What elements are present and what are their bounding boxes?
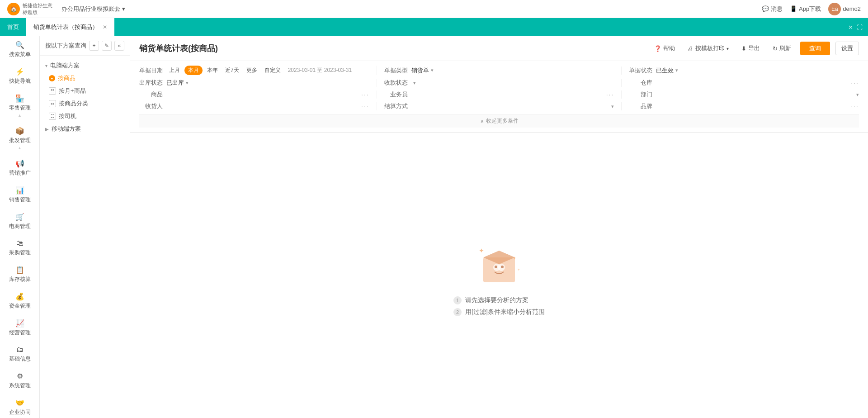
warehouse-dots[interactable]: ··· (851, 79, 859, 86)
outstore-label: 出库状态 (139, 79, 163, 87)
date-tab-thismonth[interactable]: 本月 (184, 66, 203, 75)
payment-method-control[interactable]: ▾ (411, 104, 614, 109)
export-icon: ⬇ (741, 45, 746, 52)
sidebar-item-ecommerce[interactable]: 🛒 电商管理 (0, 208, 39, 235)
goods-label: 商品 (139, 90, 163, 99)
left-panel: 按以下方案查询 + ✎ « ▾ 电脑端方案 ● 按商品 (40, 36, 130, 418)
month-goods-icon: ☷ (49, 87, 56, 95)
tree-desktop-scheme[interactable]: ▾ 电脑端方案 (40, 59, 130, 72)
staff-dots[interactable]: ··· (606, 91, 614, 98)
tree-node-month-goods[interactable]: ☷ 按月+商品 (40, 85, 130, 97)
sidebar-item-retail[interactable]: 🏪 零售管理 ▲ (0, 90, 39, 122)
staff-control: ··· (411, 91, 614, 98)
filter-row-4: 收货人 ··· 结算方式 ▾ 品牌 (139, 102, 859, 110)
brand-dots[interactable]: ··· (851, 103, 859, 110)
marketing-icon: 📢 (15, 159, 24, 168)
user-action[interactable]: Ea demo2 (828, 3, 861, 15)
outstore-control[interactable]: 已出库 ▾ (166, 79, 369, 87)
sidebar-item-finance[interactable]: 💰 资金管理 (0, 288, 39, 314)
dept-control[interactable]: ▾ (656, 92, 859, 98)
driver-icon: ☷ (49, 113, 56, 120)
sidebar-item-system[interactable]: ⚙ 系统管理 (0, 367, 39, 394)
sidebar-item-corp[interactable]: 🤝 企业协同 (0, 394, 39, 418)
tree-node-driver[interactable]: ☷ 按司机 (40, 110, 130, 123)
main-layout: 🔍 搜索菜单 ⚡ 快捷导航 🏪 零售管理 ▲ 📦 批发管理 ▲ 📢 营销推广 📊… (0, 36, 868, 418)
logo-icon: 🏠 (7, 3, 20, 15)
goods-scheme-dot: ● (49, 75, 55, 81)
date-tab-thisyear[interactable]: 本年 (204, 66, 221, 75)
empty-state: ✦ ✦ ✦ 1 请先选择要分析的方案 2 用[过滤]条件来缩小分析范围 (130, 133, 868, 418)
inventory-icon: 📋 (15, 266, 24, 274)
tab-report[interactable]: 销货单统计表（按商品） ✕ (26, 18, 114, 36)
sidebar-item-purchase[interactable]: 🛍 采购管理 (0, 235, 39, 261)
collapse-more-conditions[interactable]: ∧ 收起更多条件 (139, 114, 859, 128)
add-scheme-button[interactable]: + (89, 41, 99, 51)
hint2-text: 用[过滤]条件来缩小分析范围 (465, 308, 545, 316)
minimize-icon[interactable]: ✕ (848, 24, 853, 31)
refresh-button[interactable]: ↻ 刷新 (769, 43, 795, 54)
payment-status-control[interactable]: ▾ (411, 80, 614, 86)
date-filter-control: 上月 本月 本年 近7天 更多 自定义 2023-03-01 至 2023-03… (166, 66, 369, 75)
date-range-text: 2023-03-01 至 2023-03-31 (288, 66, 352, 74)
date-tab-7days[interactable]: 近7天 (222, 66, 242, 75)
edit-scheme-button[interactable]: ✎ (102, 41, 112, 51)
doc-type-arrow-icon: ▾ (431, 67, 434, 73)
tab-bar: 首页 销货单统计表（按商品） ✕ ✕ ⛶ (0, 18, 868, 36)
date-tab-more[interactable]: 更多 (244, 66, 260, 75)
app-download-action[interactable]: 📱 App下载 (790, 5, 821, 13)
sales-icon: 📊 (15, 186, 24, 195)
workspace-selector[interactable]: 办公用品行业模拟账套 ▾ (61, 5, 125, 13)
page-title: 销货单统计表(按商品) (139, 43, 218, 54)
sidebar-item-wholesale[interactable]: 📦 批发管理 ▲ (0, 122, 39, 155)
filter-staff: 业务员 ··· (384, 90, 622, 99)
quicknav-icon: ⚡ (15, 67, 24, 76)
export-button[interactable]: ⬇ 导出 (738, 43, 764, 54)
query-button[interactable]: 查询 (800, 42, 830, 55)
sidebar-item-search[interactable]: 🔍 搜索菜单 (0, 36, 39, 63)
filter-payment-method: 结算方式 ▾ (384, 102, 622, 110)
maximize-icon[interactable]: ⛶ (857, 24, 863, 31)
receiver-dots[interactable]: ··· (361, 103, 369, 110)
desktop-scheme-arrow-icon: ▾ (45, 63, 47, 68)
date-tabs: 上月 本月 本年 近7天 更多 自定义 (166, 66, 283, 75)
tab-close-icon[interactable]: ✕ (103, 24, 107, 30)
message-icon: 💬 (762, 5, 769, 12)
sidebar-item-quicknav[interactable]: ⚡ 快捷导航 (0, 63, 39, 90)
left-panel-header: 按以下方案查询 + ✎ « (40, 36, 130, 56)
sidebar: 🔍 搜索菜单 ⚡ 快捷导航 🏪 零售管理 ▲ 📦 批发管理 ▲ 📢 营销推广 📊… (0, 36, 40, 418)
tree-node-goods[interactable]: ● 按商品 (40, 72, 130, 85)
settings-button[interactable]: 设置 (835, 42, 859, 55)
doc-type-control[interactable]: 销货单 ▾ (411, 66, 614, 75)
payment-method-arrow-icon: ▾ (611, 104, 614, 109)
goods-dots[interactable]: ··· (361, 91, 369, 98)
refresh-icon: ↻ (773, 45, 778, 52)
collapse-panel-button[interactable]: « (114, 41, 124, 51)
sidebar-item-basic[interactable]: 🗂 基础信息 (0, 341, 39, 367)
finance-icon: 💰 (15, 292, 24, 301)
filter-brand: 品牌 ··· (629, 102, 859, 110)
mobile-scheme-arrow-icon: ▶ (45, 127, 49, 132)
svg-text:✦: ✦ (513, 256, 516, 261)
help-icon: ❓ (654, 45, 661, 52)
help-button[interactable]: ❓ 帮助 (651, 43, 679, 54)
filter-warehouse: 仓库 ··· (629, 79, 859, 87)
hint1-num: 1 (453, 296, 462, 304)
sidebar-item-sales[interactable]: 📊 销售管理 (0, 181, 39, 208)
doc-status-arrow-icon: ▾ (675, 67, 678, 73)
tree-mobile-scheme[interactable]: ▶ 移动端方案 (40, 123, 130, 135)
message-action[interactable]: 💬 消息 (762, 5, 783, 13)
print-icon: 🖨 (688, 45, 693, 52)
tab-home[interactable]: 首页 (0, 18, 26, 36)
doc-status-control[interactable]: 已生效 ▾ (656, 66, 859, 75)
wholesale-icon: 📦 (15, 127, 24, 135)
print-button[interactable]: 🖨 按模板打印 ▾ (684, 43, 732, 54)
sidebar-item-inventory[interactable]: 📋 库存核算 (0, 261, 39, 288)
dept-arrow-icon: ▾ (856, 92, 859, 98)
sidebar-item-operation[interactable]: 📈 经营管理 (0, 314, 39, 341)
sidebar-item-marketing[interactable]: 📢 营销推广 (0, 155, 39, 181)
date-tab-custom[interactable]: 自定义 (262, 66, 283, 75)
right-panel: 销货单统计表(按商品) ❓ 帮助 🖨 按模板打印 ▾ ⬇ (130, 36, 868, 418)
tree-node-goods-category[interactable]: ☷ 按商品分类 (40, 97, 130, 110)
date-tab-lastmonth[interactable]: 上月 (166, 66, 183, 75)
purchase-icon: 🛍 (16, 239, 24, 247)
